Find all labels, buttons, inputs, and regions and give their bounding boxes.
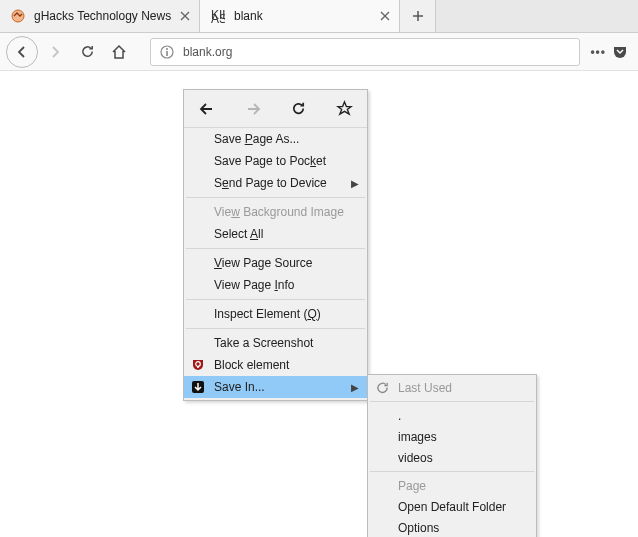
separator — [186, 197, 365, 198]
back-button[interactable] — [6, 36, 38, 68]
sub-label: Options — [398, 521, 439, 535]
svg-rect-7 — [197, 366, 199, 368]
separator — [186, 299, 365, 300]
tab-blank[interactable]: KILLAS-1 blank — [200, 0, 400, 32]
ctx-label: Save Page to Pocket — [214, 154, 326, 168]
sub-dot[interactable]: . — [368, 405, 536, 426]
forward-button[interactable] — [40, 37, 70, 67]
favicon-ghacks — [10, 8, 26, 24]
ctx-label: Send Page to Device — [214, 176, 327, 190]
sub-label: images — [398, 430, 437, 444]
ctx-label: View Page Info — [214, 278, 295, 292]
ctx-label: Take a Screenshot — [214, 336, 313, 350]
url-bar[interactable]: blank.org — [150, 38, 580, 66]
context-menu: Save Page As... Save Page to Pocket Send… — [183, 89, 368, 401]
ctx-view-info[interactable]: View Page Info — [184, 274, 367, 296]
nav-toolbar: blank.org ••• — [0, 33, 638, 71]
chevron-right-icon: ▶ — [351, 178, 359, 189]
separator — [370, 401, 534, 402]
tab-ghacks[interactable]: gHacks Technology News — [0, 0, 200, 32]
sub-label: . — [398, 409, 401, 423]
ctx-label: View Background Image — [214, 205, 344, 219]
sub-last-used: Last Used — [368, 377, 536, 398]
new-tab-button[interactable] — [400, 0, 436, 32]
ctx-view-source[interactable]: View Page Source — [184, 252, 367, 274]
sub-open-default[interactable]: Open Default Folder — [368, 496, 536, 517]
svg-point-0 — [12, 10, 24, 22]
ctx-save-in[interactable]: Save In... ▶ — [184, 376, 367, 398]
ctx-label: Block element — [214, 358, 289, 372]
ctx-label: Save Page As... — [214, 132, 299, 146]
toolbar-right: ••• — [590, 44, 632, 60]
sub-videos[interactable]: videos — [368, 447, 536, 468]
sub-label: Open Default Folder — [398, 500, 506, 514]
ctx-save-page-as[interactable]: Save Page As... — [184, 128, 367, 150]
ctx-take-screenshot[interactable]: Take a Screenshot — [184, 332, 367, 354]
ctx-back-icon[interactable] — [193, 95, 221, 123]
ctx-view-bg-image: View Background Image — [184, 201, 367, 223]
ctx-label: View Page Source — [214, 256, 313, 270]
pocket-icon[interactable] — [612, 44, 628, 60]
close-icon[interactable] — [377, 8, 393, 24]
sub-images[interactable]: images — [368, 426, 536, 447]
ctx-label: Inspect Element (Q) — [214, 307, 321, 321]
close-icon[interactable] — [177, 8, 193, 24]
page-actions-icon[interactable]: ••• — [590, 45, 606, 59]
ctx-select-all[interactable]: Select All — [184, 223, 367, 245]
ctx-send-to-device[interactable]: Send Page to Device ▶ — [184, 172, 367, 194]
ctx-label: Select All — [214, 227, 263, 241]
ctx-save-to-pocket[interactable]: Save Page to Pocket — [184, 150, 367, 172]
ctx-forward-icon[interactable] — [239, 95, 267, 123]
favicon-blank: KILLAS-1 — [210, 8, 226, 24]
separator — [370, 471, 534, 472]
ctx-inspect[interactable]: Inspect Element (Q) — [184, 303, 367, 325]
ctx-reload-icon[interactable] — [284, 95, 312, 123]
savein-submenu: Last Used . images videos Page Open Defa… — [367, 374, 537, 537]
separator — [186, 328, 365, 329]
sub-options[interactable]: Options — [368, 517, 536, 537]
ctx-block-element[interactable]: Block element — [184, 354, 367, 376]
context-nav-row — [184, 90, 367, 128]
sub-label: Page — [398, 479, 426, 493]
sub-label: Last Used — [398, 381, 452, 395]
tab-title: gHacks Technology News — [34, 9, 177, 23]
svg-point-4 — [166, 48, 168, 50]
home-button[interactable] — [104, 37, 134, 67]
tab-title: blank — [234, 9, 377, 23]
tab-bar: gHacks Technology News KILLAS-1 blank — [0, 0, 638, 33]
ctx-label: Save In... — [214, 380, 265, 394]
separator — [186, 248, 365, 249]
svg-rect-5 — [166, 51, 168, 56]
ublock-icon — [190, 357, 206, 373]
ctx-bookmark-icon[interactable] — [330, 95, 358, 123]
page-content[interactable]: Save Page As... Save Page to Pocket Send… — [0, 71, 638, 537]
savein-icon — [190, 379, 206, 395]
url-text: blank.org — [183, 45, 573, 59]
sub-page-header: Page — [368, 475, 536, 496]
info-icon[interactable] — [157, 45, 177, 59]
svg-text:AS-1: AS-1 — [211, 12, 225, 23]
history-icon — [374, 380, 390, 396]
sub-label: videos — [398, 451, 433, 465]
reload-button[interactable] — [72, 37, 102, 67]
chevron-right-icon: ▶ — [351, 382, 359, 393]
